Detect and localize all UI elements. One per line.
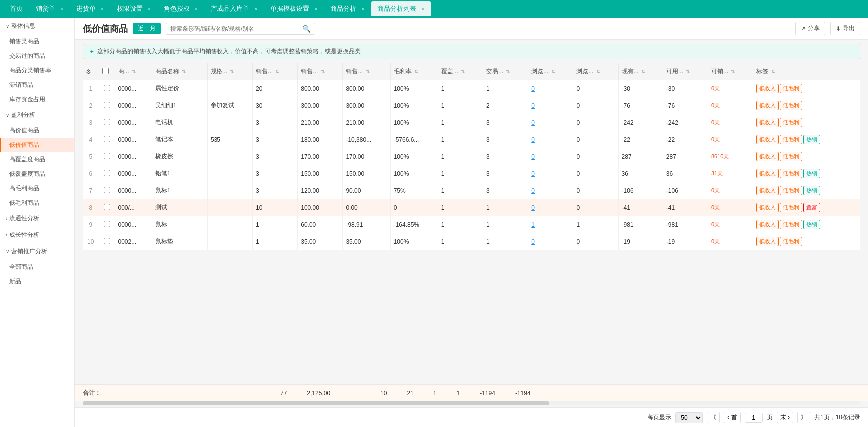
- search-input[interactable]: [170, 25, 302, 32]
- nav-home[interactable]: 首页: [4, 1, 29, 16]
- share-button[interactable]: ↗ 分享: [795, 22, 825, 35]
- nav-sales[interactable]: 销货单 ×: [30, 1, 69, 16]
- row-sale2: -98.91: [343, 216, 390, 233]
- close-permissions-icon[interactable]: ×: [148, 6, 151, 12]
- filter-recent-btn[interactable]: 近一月: [133, 23, 161, 34]
- sidebar-item-all-products[interactable]: 全部商品: [0, 260, 74, 274]
- col-view2[interactable]: 浏览... ⇅: [573, 63, 618, 80]
- sidebar-item-high-coverage[interactable]: 高覆盖度商品: [0, 152, 74, 167]
- first-page-btn[interactable]: 《: [707, 412, 720, 423]
- row-select-checkbox[interactable]: [104, 102, 110, 108]
- row-select-checkbox[interactable]: [104, 187, 110, 193]
- close-product-entry-icon[interactable]: ×: [254, 6, 257, 12]
- col-sale1[interactable]: 销售... ⇅: [253, 63, 298, 80]
- close-analysis-list-icon[interactable]: ×: [421, 6, 424, 12]
- col-sale3[interactable]: 销售... ⇅: [343, 63, 390, 80]
- close-sales-icon[interactable]: ×: [60, 6, 63, 12]
- sidebar-item-low-coverage[interactable]: 低覆盖度商品: [0, 167, 74, 181]
- sidebar-section-growth[interactable]: › 成长性分析: [0, 227, 74, 243]
- sidebar-section-overall[interactable]: ∨ 整体信息: [0, 18, 74, 34]
- close-roles-icon[interactable]: ×: [195, 6, 198, 12]
- search-box: 🔍: [166, 23, 315, 35]
- sidebar-item-low-value[interactable]: 低价值商品: [0, 138, 74, 152]
- sidebar-item-high-gross[interactable]: 高毛利商品: [0, 181, 74, 196]
- page-header: 低价值商品 近一月 🔍 ↗ 分享 ⬇ 导出: [75, 18, 868, 40]
- share-icon: ↗: [801, 25, 806, 32]
- settings-icon[interactable]: ⚙: [86, 68, 91, 75]
- col-name[interactable]: 商品名称 ⇅: [152, 63, 207, 80]
- col-sale2[interactable]: 销售... ⇅: [298, 63, 343, 80]
- col-spec[interactable]: 规格... ⇅: [207, 63, 252, 80]
- per-page-select[interactable]: 50 100 200: [675, 412, 703, 423]
- nav-product-entry[interactable]: 产成品入库单 ×: [205, 1, 263, 16]
- sidebar-item-traded[interactable]: 交易过的商品: [0, 49, 74, 63]
- row-stock2: -981: [663, 216, 708, 233]
- col-cover[interactable]: 覆盖... ⇅: [438, 63, 483, 80]
- row-gross: 100%: [390, 233, 438, 250]
- sidebar-section-circulation[interactable]: › 流通性分析: [0, 210, 74, 227]
- view-link[interactable]: 0: [531, 85, 535, 92]
- next-page-btn[interactable]: 末 ›: [777, 412, 793, 423]
- row-select-checkbox[interactable]: [104, 85, 110, 91]
- col-stock1[interactable]: 现有... ⇅: [618, 63, 663, 80]
- chevron-right-circulation-icon: ›: [6, 216, 7, 221]
- view-link[interactable]: 0: [531, 187, 535, 194]
- view-link[interactable]: 0: [531, 136, 535, 143]
- nav-purchase[interactable]: 进货单 ×: [70, 1, 110, 16]
- col-gross[interactable]: 毛利率 ⇅: [390, 63, 438, 80]
- sidebar-section-marketing[interactable]: ∨ 营销推广分析: [0, 243, 74, 260]
- row-select-checkbox[interactable]: [104, 170, 110, 176]
- sidebar-item-new-products[interactable]: 新品: [0, 274, 74, 289]
- sidebar-item-high-value[interactable]: 高价值商品: [0, 123, 74, 138]
- view-link[interactable]: 0: [531, 170, 535, 177]
- sidebar-item-sales-products[interactable]: 销售类商品: [0, 34, 74, 49]
- row-select-checkbox[interactable]: [104, 136, 110, 142]
- sidebar-item-inventory-fund[interactable]: 库存资金占用: [0, 92, 74, 107]
- row-select-checkbox[interactable]: [104, 119, 110, 125]
- product-tag: 热销: [803, 220, 820, 229]
- nav-roles[interactable]: 角色授权 ×: [158, 1, 204, 16]
- prev-page-btn[interactable]: ‹ 首: [724, 412, 740, 423]
- view-link[interactable]: 0: [531, 238, 535, 245]
- close-template-icon[interactable]: ×: [314, 6, 317, 12]
- page-number-input[interactable]: [745, 413, 763, 423]
- row-select-checkbox[interactable]: [104, 221, 110, 227]
- select-all-checkbox[interactable]: [102, 68, 109, 74]
- col-days[interactable]: 可销... ⇅: [708, 63, 753, 80]
- col-settings[interactable]: ⚙: [83, 63, 99, 80]
- nav-template[interactable]: 单据模板设置 ×: [264, 1, 323, 16]
- col-tags[interactable]: 标签 ⇅: [753, 63, 860, 80]
- sidebar-item-slow-moving[interactable]: 滞销商品: [0, 78, 74, 92]
- sidebar-item-low-gross[interactable]: 低毛利商品: [0, 196, 74, 210]
- scrollbar-thumb[interactable]: [83, 401, 549, 405]
- export-button[interactable]: ⬇ 导出: [830, 22, 860, 35]
- close-purchase-icon[interactable]: ×: [101, 6, 104, 12]
- col-code[interactable]: 商... ⇅: [115, 63, 152, 80]
- scrollbar-track[interactable]: [83, 401, 860, 405]
- view-link[interactable]: 0: [531, 102, 535, 109]
- sidebar-item-category-rate[interactable]: 商品分类销售率: [0, 63, 74, 78]
- col-trade[interactable]: 交易... ⇅: [483, 63, 528, 80]
- last-page-btn[interactable]: 》: [797, 412, 810, 423]
- row-sale2: 150.00: [343, 165, 390, 182]
- view-link[interactable]: 0: [531, 119, 535, 126]
- close-product-analysis-icon[interactable]: ×: [361, 6, 364, 12]
- nav-permissions[interactable]: 权限设置 ×: [111, 1, 157, 16]
- view-link[interactable]: 0: [531, 153, 535, 160]
- nav-product-analysis[interactable]: 商品分析 ×: [324, 1, 370, 16]
- col-stock2[interactable]: 可用... ⇅: [663, 63, 708, 80]
- row-select-checkbox[interactable]: [104, 238, 110, 244]
- row-sale2: 35.00: [343, 233, 390, 250]
- row-select-checkbox[interactable]: [104, 153, 110, 159]
- row-sale1: 800.00: [298, 80, 343, 97]
- nav-analysis-list[interactable]: 商品分析列表 ×: [371, 1, 430, 16]
- view-link[interactable]: 1: [531, 221, 535, 228]
- product-tag: 低毛利: [780, 203, 802, 212]
- search-icon[interactable]: 🔍: [302, 25, 311, 33]
- sidebar-section-profit[interactable]: ∨ 盈利分析: [0, 107, 74, 123]
- view-link[interactable]: 0: [531, 204, 535, 211]
- row-select-checkbox[interactable]: [104, 204, 110, 210]
- col-view1[interactable]: 浏览... ⇅: [528, 63, 573, 80]
- top-nav: 首页 销货单 × 进货单 × 权限设置 × 角色授权 × 产成品入库单 × 单据…: [0, 0, 868, 18]
- row-name: 鼠标: [152, 216, 207, 233]
